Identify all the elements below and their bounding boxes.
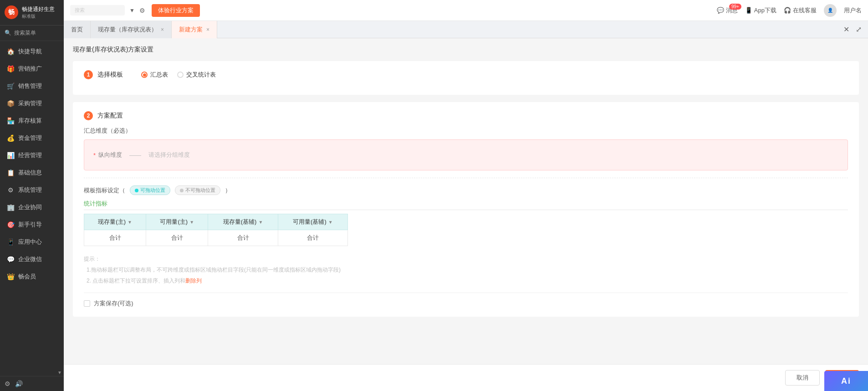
tab-new-scheme[interactable]: 新建方案 × bbox=[172, 21, 217, 38]
delete-link[interactable]: 删除列 bbox=[185, 278, 202, 284]
tips-section: 提示： 1.拖动标题栏可以调整布局，不可跨维度或指标区域拖动栏目字段(只能在同一… bbox=[84, 253, 848, 286]
th-arrow-2: ▼ bbox=[189, 220, 194, 225]
quicknav-icon: 🏠 bbox=[6, 47, 15, 56]
section2-num: 2 bbox=[84, 111, 93, 120]
section2-card: 2 方案配置 汇总维度（必选） * 纵向维度 —— 请选择分组维度 模板指标设定… bbox=[73, 102, 859, 317]
tab-inventory-close[interactable]: × bbox=[161, 26, 164, 33]
dim-placeholder[interactable]: 请选择分组维度 bbox=[148, 151, 190, 159]
app-download-label: App下载 bbox=[754, 6, 776, 15]
sidebar-item-member[interactable]: 👑 畅会员 bbox=[0, 268, 64, 285]
sidebar-item-newguide[interactable]: 🎯 新手引导 bbox=[0, 216, 64, 233]
username-label[interactable]: 用户名 bbox=[844, 6, 862, 15]
sidebar-item-label: 基础信息 bbox=[18, 169, 42, 177]
sales-icon: 🛒 bbox=[6, 82, 15, 90]
tab-new-scheme-label: 新建方案 bbox=[179, 26, 203, 34]
marketing-icon: 🎁 bbox=[6, 65, 15, 73]
section2-title: 方案配置 bbox=[97, 112, 123, 120]
sidebar-item-quicknav[interactable]: 🏠 快捷导航 bbox=[0, 43, 64, 60]
topbar-gear-icon[interactable]: ⚙ bbox=[139, 7, 145, 14]
radio-cross[interactable]: 交叉统计表 bbox=[177, 71, 216, 79]
sidebar-item-label: 营销推广 bbox=[18, 65, 42, 73]
sidebar-item-enterprise[interactable]: 🏢 企业协同 bbox=[0, 199, 64, 216]
dimension-select-area: * 纵向维度 —— 请选择分组维度 bbox=[84, 139, 848, 170]
sidebar-logo: 畅 畅捷通好生意 标准版 bbox=[0, 0, 64, 26]
message-button[interactable]: 💬 消息 99+ bbox=[717, 6, 738, 15]
content-area: 现存量(库存状况表)方案设置 1 选择模板 汇总表 交叉统计表 bbox=[64, 38, 868, 364]
message-icon: 💬 bbox=[717, 7, 724, 14]
sidebar-item-appcenter[interactable]: 📱 应用中心 bbox=[0, 233, 64, 251]
th-available-aux[interactable]: 可用量(基辅) ▼ bbox=[278, 214, 347, 230]
sidebar-item-inventory[interactable]: 🏪 库存核算 bbox=[0, 112, 64, 129]
close-fullscreen-icon[interactable]: ✕ bbox=[842, 24, 851, 35]
sound-icon[interactable]: 🔊 bbox=[15, 380, 23, 387]
non-draggable-chip: 不可拖动位置 bbox=[175, 185, 220, 195]
cancel-button[interactable]: 取消 bbox=[785, 370, 820, 386]
service-label: 在线客服 bbox=[793, 6, 817, 15]
sidebar-item-label: 应用中心 bbox=[18, 238, 42, 246]
th-label-2: 可用量(主) bbox=[160, 218, 188, 226]
th-label-4: 可用量(基辅) bbox=[293, 218, 327, 226]
tip-row-1: 1.拖动标题栏可以调整布局，不可跨维度或指标区域拖动栏目字段(只能在同一维度或指… bbox=[84, 264, 848, 275]
tab-inventory-label: 现存量（库存状况表） bbox=[98, 26, 157, 34]
topbar-right: 💬 消息 99+ 📱 App下载 🎧 在线客服 👤 用户名 bbox=[717, 4, 862, 17]
enterprise-icon: 🏢 bbox=[6, 203, 15, 211]
non-draggable-chip-label: 不可拖动位置 bbox=[185, 187, 215, 194]
phone-icon: 📱 bbox=[745, 7, 752, 14]
ai-fab-button[interactable]: Ai bbox=[824, 371, 868, 391]
th-arrow-3: ▼ bbox=[258, 220, 263, 225]
home-tab-label: 首页 bbox=[71, 26, 83, 34]
td-subtotal-1: 合计 bbox=[84, 230, 146, 246]
th-current-stock-main[interactable]: 现存量(主) ▼ bbox=[84, 214, 146, 230]
th-label-1: 现存量(主) bbox=[98, 218, 126, 226]
app-download-button[interactable]: 📱 App下载 bbox=[745, 6, 776, 15]
indicator-label-text: 模板指标设定（ bbox=[84, 186, 125, 195]
th-available-main[interactable]: 可用量(主) ▼ bbox=[146, 214, 208, 230]
radio-summary[interactable]: 汇总表 bbox=[141, 71, 168, 79]
th-arrow-1: ▼ bbox=[128, 220, 132, 225]
settings-icon[interactable]: ⚙ bbox=[5, 380, 10, 387]
sidebar-item-label: 资金管理 bbox=[18, 134, 42, 142]
sidebar-item-sales[interactable]: 🛒 销售管理 bbox=[0, 77, 64, 95]
table-row: 合计 合计 合计 合计 bbox=[84, 230, 348, 246]
section1-header: 1 选择模板 汇总表 交叉统计表 bbox=[84, 70, 848, 79]
sidebar-item-purchase[interactable]: 📦 采购管理 bbox=[0, 95, 64, 112]
save-checkbox[interactable] bbox=[84, 300, 90, 307]
user-avatar[interactable]: 👤 bbox=[824, 4, 837, 17]
search-icon: 🔍 bbox=[5, 30, 11, 36]
section2-header: 2 方案配置 bbox=[84, 111, 848, 120]
td-subtotal-4: 合计 bbox=[278, 230, 347, 246]
sidebar-scroll-down[interactable]: ▼ bbox=[57, 370, 62, 375]
section-divider bbox=[84, 178, 848, 178]
service-button[interactable]: 🎧 在线客服 bbox=[784, 6, 817, 15]
radio-summary-label: 汇总表 bbox=[150, 71, 168, 79]
sidebar-item-system[interactable]: ⚙ 系统管理 bbox=[0, 181, 64, 199]
sidebar-item-weixin[interactable]: 💬 企业微信 bbox=[0, 251, 64, 268]
app-edition: 标准版 bbox=[22, 13, 55, 20]
expand-icon[interactable]: ⤢ bbox=[854, 24, 863, 35]
sidebar-item-basic[interactable]: 📋 基础信息 bbox=[0, 164, 64, 181]
save-row: 方案保存(可选) bbox=[84, 293, 848, 308]
sidebar-item-finance[interactable]: 💰 资金管理 bbox=[0, 129, 64, 147]
fullscreen-controls: ✕ ⤢ bbox=[837, 24, 868, 35]
topbar-dropdown-icon[interactable]: ▼ bbox=[129, 7, 135, 14]
indicator-suffix: ） bbox=[225, 186, 231, 195]
sidebar-item-label: 畅会员 bbox=[18, 273, 36, 281]
trial-industry-button[interactable]: 体验行业方案 bbox=[152, 4, 200, 17]
tab-new-scheme-close[interactable]: × bbox=[206, 26, 209, 33]
radio-cross-label: 交叉统计表 bbox=[186, 71, 216, 79]
td-subtotal-2: 合计 bbox=[146, 230, 208, 246]
app-name: 畅捷通好生意 bbox=[22, 5, 55, 13]
page-title: 现存量(库存状况表)方案设置 bbox=[73, 46, 859, 54]
save-label: 方案保存(可选) bbox=[94, 299, 133, 308]
tab-home[interactable]: 首页 bbox=[64, 21, 91, 38]
sidebar-item-marketing[interactable]: 🎁 营销推广 bbox=[0, 60, 64, 77]
tab-inventory[interactable]: 现存量（库存状况表） × bbox=[91, 21, 172, 38]
radio-summary-circle bbox=[141, 72, 148, 78]
bottom-bar: 取消 查询 bbox=[64, 364, 868, 391]
th-current-stock-aux[interactable]: 现存量(基辅) ▼ bbox=[208, 214, 278, 230]
sidebar-search[interactable]: 🔍 搜索菜单 bbox=[0, 26, 64, 41]
appcenter-icon: 📱 bbox=[6, 238, 15, 246]
draggable-chip: 可拖动位置 bbox=[130, 185, 170, 195]
sidebar-item-operations[interactable]: 📊 经营管理 bbox=[0, 147, 64, 164]
sidebar-footer: ⚙ 🔊 bbox=[0, 376, 64, 391]
